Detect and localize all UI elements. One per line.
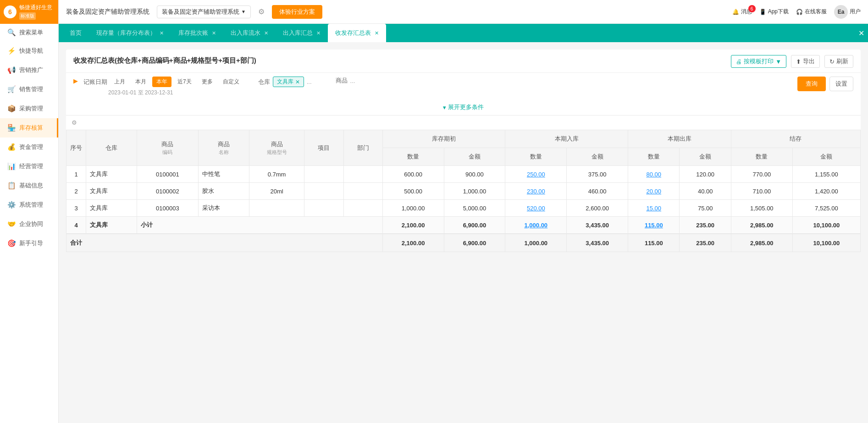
sidebar-item-enterprise[interactable]: 🤝 企业协同 (0, 214, 58, 234)
cell-no: 3 (66, 200, 86, 217)
message-badge: 6 (748, 5, 756, 12)
subtotal-warehouse: 文具库 (86, 217, 137, 234)
tab-home[interactable]: 首页 (62, 24, 89, 42)
data-table: 序号 仓库 商品编码 商品名称 商品规格型号 项目 部门 库存期初 本期入库 本… (66, 130, 861, 252)
th-closing: 结存 (731, 130, 860, 148)
sidebar-item-inventory[interactable]: 🏪 库存核算 (0, 118, 58, 137)
tab-stock-dist[interactable]: 现存量（库存分布表） ✕ (89, 24, 171, 42)
total-in-qty: 1,000.00 (505, 234, 567, 252)
date-btn-this-month[interactable]: 本月 (131, 77, 150, 87)
logo-title: 畅捷通好生意 (19, 4, 52, 11)
content-area: 收发存汇总表(按仓库+商品编码+商品+规格型号+项目+部门) 🖨 按模板打印 ▼… (59, 42, 868, 423)
online-service-button[interactable]: 🎧 在线客服 (796, 8, 827, 16)
print-button[interactable]: 🖨 按模板打印 ▼ (731, 55, 786, 68)
expand-more-button[interactable]: ▾ 展开更多条件 (443, 103, 484, 111)
subtotal-out-qty[interactable]: 115.00 (628, 217, 680, 234)
goods-more[interactable]: ... (350, 77, 355, 84)
tab-recv-summary-close[interactable]: ✕ (375, 30, 379, 36)
sidebar-item-system[interactable]: ⚙️ 系统管理 (0, 195, 58, 214)
query-button[interactable]: 查询 (797, 77, 826, 91)
export-label: 导出 (803, 57, 815, 66)
phone-icon: 📱 (759, 9, 766, 15)
total-in-amt: 3,435.00 (567, 234, 628, 252)
cell-in-qty[interactable]: 250.00 (505, 166, 567, 183)
cell-spec: 20ml (249, 183, 304, 200)
user-menu[interactable]: Ea 用户 (834, 5, 861, 19)
sidebar-item-guide[interactable]: 🎯 新手引导 (0, 234, 58, 253)
th-opening-qty: 数量 (382, 148, 444, 166)
subtotal-in-qty[interactable]: 1,000.00 (505, 217, 567, 234)
date-btn-7days[interactable]: 近7天 (173, 77, 196, 87)
sidebar-item-label-marketing: 营销推广 (19, 66, 43, 74)
tab-summary-label: 出入库汇总 (283, 29, 313, 37)
app-download-button[interactable]: 📱 App下载 (759, 8, 789, 16)
warehouse-filter-label: 仓库 (258, 78, 270, 86)
handshake-icon: 🤝 (7, 220, 16, 228)
message-button[interactable]: 🔔 6 消息 (732, 8, 752, 16)
date-btn-this-year[interactable]: 本年 (152, 77, 171, 87)
box-icon: 📦 (7, 104, 16, 113)
sidebar-item-purchase[interactable]: 📦 采购管理 (0, 99, 58, 118)
sidebar-item-quick[interactable]: ⚡ 快捷导航 (0, 41, 58, 60)
cell-warehouse: 文具库 (86, 166, 137, 183)
trial-button[interactable]: 体验行业方案 (272, 5, 322, 19)
filter-goods-section: 商品 ... (336, 77, 355, 85)
warehouse-more[interactable]: ... (307, 78, 312, 85)
th-spec: 商品规格型号 (249, 130, 304, 166)
setting-button[interactable]: 设置 (829, 77, 853, 91)
tab-summary[interactable]: 出入库汇总 ✕ (276, 24, 328, 42)
system-dropdown[interactable]: 装备及固定资产辅助管理系统 ▼ (157, 5, 251, 18)
total-out-amt: 235.00 (680, 234, 731, 252)
tab-stock-dist-close[interactable]: ✕ (160, 30, 164, 36)
money-icon: 💰 (7, 143, 16, 151)
cell-opening-amt: 900.00 (444, 166, 505, 183)
refresh-label: 刷新 (836, 57, 848, 66)
tab-summary-close[interactable]: ✕ (316, 30, 321, 36)
expand-more-row: ▾ 展开更多条件 (66, 100, 861, 115)
th-opening: 库存期初 (382, 130, 505, 148)
tab-recv-summary[interactable]: 收发存汇总表 ✕ (328, 24, 386, 42)
cell-in-qty[interactable]: 230.00 (505, 183, 567, 200)
tab-flow-close[interactable]: ✕ (264, 30, 268, 36)
total-label: 合计 (66, 234, 383, 252)
sidebar-item-finance[interactable]: 💰 资金管理 (0, 137, 58, 157)
date-btn-last-month[interactable]: 上月 (110, 77, 129, 87)
sidebar-item-sales[interactable]: 🛒 销售管理 (0, 80, 58, 99)
expand-chevron-icon: ▾ (443, 104, 446, 111)
tab-batch-close[interactable]: ✕ (212, 30, 216, 36)
tabbar-close-all[interactable]: ✕ (858, 29, 864, 38)
refresh-button[interactable]: ↻ 刷新 (824, 55, 853, 68)
filter-bar: ▶ 记账日期 上月 本月 本年 近7天 更多 自定义 2023-01-01 至 … (66, 72, 861, 100)
sidebar-item-basic[interactable]: 📋 基础信息 (0, 176, 58, 195)
warehouse-tag-close[interactable]: ✕ (295, 79, 300, 85)
system-title: 装备及固定资产辅助管理系统 (66, 8, 149, 16)
sidebar-item-label-inventory: 库存核算 (19, 124, 43, 132)
cell-in-amt: 375.00 (567, 166, 628, 183)
sidebar-item-marketing[interactable]: 📢 营销推广 (0, 60, 58, 80)
tab-flow[interactable]: 出入库流水 ✕ (223, 24, 276, 42)
th-opening-amt: 金额 (444, 148, 505, 166)
settings-icon[interactable]: ⚙ (258, 7, 265, 16)
date-label: 记账日期 (83, 78, 107, 86)
tab-batch[interactable]: 库存批次账 ✕ (171, 24, 223, 42)
filter-expand-arrow[interactable]: ▶ (73, 77, 78, 84)
cell-out-qty[interactable]: 20.00 (628, 183, 680, 200)
cell-opening-qty: 1,000.00 (382, 200, 444, 217)
search-icon: 🔍 (7, 28, 16, 37)
table-row: 1 文具库 0100001 中性笔 0.7mm 600.00 900.00 25… (66, 166, 861, 183)
tab-stock-dist-label: 现存量（库存分布表） (96, 29, 156, 37)
date-btn-more[interactable]: 更多 (198, 77, 217, 87)
sidebar-item-operation[interactable]: 📊 经营管理 (0, 157, 58, 176)
cell-out-qty[interactable]: 15.00 (628, 200, 680, 217)
cell-in-qty[interactable]: 520.00 (505, 200, 567, 217)
sidebar-item-label-operation: 经营管理 (19, 162, 43, 170)
table-settings-icon[interactable]: ⚙ (72, 119, 77, 126)
cell-out-amt: 120.00 (680, 166, 731, 183)
sidebar-item-label-sales: 销售管理 (19, 85, 43, 93)
date-btn-custom[interactable]: 自定义 (219, 77, 243, 87)
export-button[interactable]: ⬆ 导出 (791, 55, 820, 68)
cell-out-qty[interactable]: 80.00 (628, 166, 680, 183)
sidebar-item-search[interactable]: 🔍 搜索菜单 (0, 24, 58, 41)
expand-arrow-icon: ▶ (73, 77, 78, 84)
clipboard-icon: 📋 (7, 181, 16, 190)
